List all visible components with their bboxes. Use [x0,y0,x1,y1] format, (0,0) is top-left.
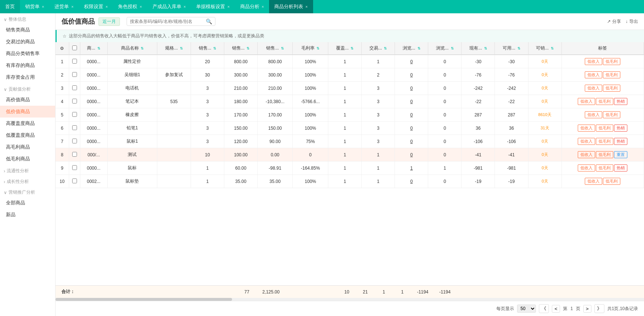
col-available[interactable]: 可用... ⇅ [495,42,528,55]
row-browse1[interactable]: 0 [395,95,428,108]
row-select-checkbox[interactable] [72,99,77,103]
row-select-checkbox[interactable] [72,72,77,77]
nav-close-sales[interactable]: × [42,4,44,9]
page-size-select[interactable]: 50 100 200 [517,305,536,313]
period-button[interactable]: 近一月 [98,17,120,26]
browse1-value[interactable]: 0 [410,152,413,157]
nav-analysis-list[interactable]: 商品分析列表 × [269,0,313,13]
row-checkbox[interactable] [69,82,80,95]
row-browse1[interactable]: 0 [395,108,428,122]
browse1-value[interactable]: 0 [410,139,413,144]
browse1-value[interactable]: 0 [410,112,413,118]
row-select-checkbox[interactable] [72,112,77,117]
col-name[interactable]: 商品名称 ⇅ [107,42,157,55]
export-button[interactable]: ↓ 导出 [625,18,638,25]
search-input[interactable] [130,19,204,24]
col-gross-rate[interactable]: 毛利率 ⇅ [293,42,328,55]
search-icon[interactable]: 🔍 [206,18,212,24]
sidebar-item-high-margin[interactable]: 高毛利商品 [0,141,55,153]
nav-purchase-order[interactable]: 进货单 × [49,0,78,13]
row-select-checkbox[interactable] [72,152,77,157]
sidebar-group-overall[interactable]: ∨ 整体信息 [0,13,55,24]
row-select-checkbox[interactable] [72,139,77,143]
row-checkbox[interactable] [69,175,80,188]
nav-product-analysis[interactable]: 商品分析 × [235,0,269,13]
col-browse1[interactable]: 浏览... ⇅ [395,42,428,55]
row-browse1[interactable]: 0 [395,55,428,68]
col-coverage[interactable]: 覆盖... ⇅ [328,42,362,55]
col-sales-price[interactable]: 销售... ⇅ [224,42,258,55]
row-select-checkbox[interactable] [72,179,77,183]
sidebar-item-low-value[interactable]: 低价值商品 [0,106,55,118]
row-browse1[interactable]: 0 [395,175,428,188]
row-checkbox[interactable] [69,95,80,108]
sidebar-item-new-goods[interactable]: 新品 [0,209,55,221]
sidebar-item-high-coverage[interactable]: 高覆盖度商品 [0,118,55,129]
row-browse1[interactable]: 0 [395,68,428,82]
row-select-checkbox[interactable] [72,125,77,130]
browse1-value[interactable]: 0 [410,72,413,78]
scrollbar-thumb[interactable] [56,298,232,301]
select-all-checkbox[interactable] [72,45,77,50]
sidebar-item-low-coverage[interactable]: 低覆盖度商品 [0,129,55,141]
row-browse1[interactable]: 0 [395,135,428,148]
col-settings[interactable]: ⚙ [56,42,69,55]
nav-permission-settings[interactable]: 权限设置 × [79,0,113,13]
row-select-checkbox[interactable] [72,165,77,170]
nav-close-analysis[interactable]: × [262,4,264,9]
nav-close-list[interactable]: × [305,4,308,9]
browse1-value[interactable]: 1 [410,166,413,171]
sidebar-group-contribution[interactable]: ∨ 贡献值分析 [0,83,55,94]
row-checkbox[interactable] [69,148,80,162]
browse1-value[interactable]: 0 [410,59,413,64]
horizontal-scrollbar[interactable] [56,298,644,301]
sidebar-item-all-goods[interactable]: 全部商品 [0,197,55,209]
first-page-button[interactable]: 《 [539,304,549,313]
browse1-value[interactable]: 0 [410,126,413,131]
col-sales-qty[interactable]: 销售... ⇅ [191,42,224,55]
row-checkbox[interactable] [69,68,80,82]
sidebar-item-low-margin[interactable]: 低毛利商品 [0,153,55,165]
nav-product-inbound[interactable]: 产成品入库单 × [147,0,191,13]
share-button[interactable]: ↗ 分享 [607,18,621,25]
col-spec[interactable]: 规格... ⇅ [157,42,191,55]
browse1-value[interactable]: 0 [410,99,413,104]
nav-close-permission[interactable]: × [105,4,108,9]
row-checkbox[interactable] [69,108,80,122]
sidebar-item-stocked-goods[interactable]: 有库存的商品 [0,60,55,71]
row-checkbox[interactable] [69,55,80,68]
col-saleable[interactable]: 可销... ⇅ [528,42,561,55]
row-checkbox[interactable] [69,122,80,135]
nav-sales-order[interactable]: 销货单 × [20,0,49,13]
nav-close-purchase[interactable]: × [71,4,73,9]
row-select-checkbox[interactable] [72,85,77,90]
col-browse2[interactable]: 浏览... ⇅ [428,42,462,55]
nav-home[interactable]: 首页 [0,0,20,13]
col-sales-cost[interactable]: 销售... ⇅ [258,42,293,55]
browse1-value[interactable]: 0 [410,179,413,184]
row-select-checkbox[interactable] [72,59,77,64]
browse1-value[interactable]: 0 [410,86,413,91]
next-page-button[interactable]: > [583,305,591,313]
nav-close-role[interactable]: × [140,4,142,9]
sidebar-item-stock-capital[interactable]: 库存资金占用 [0,71,55,83]
row-browse1[interactable]: 1 [395,162,428,175]
sidebar-item-sales-goods[interactable]: 销售类商品 [0,24,55,36]
row-browse1[interactable]: 0 [395,148,428,162]
col-code[interactable]: 商... ⇅ [80,42,107,55]
nav-close-template[interactable]: × [227,4,229,9]
sidebar-item-high-value[interactable]: 高价值商品 [0,94,55,106]
prev-page-button[interactable]: < [552,305,560,313]
last-page-button[interactable]: 》 [594,304,604,313]
sidebar-group-marketing[interactable]: ∨ 营销推广分析 [0,186,55,197]
col-stock-now[interactable]: 现有... ⇅ [462,42,495,55]
sidebar-item-category-sales-rate[interactable]: 商品分类销售率 [0,48,55,60]
nav-template-settings[interactable]: 单据模板设置 × [191,0,235,13]
nav-role-auth[interactable]: 角色授权 × [113,0,147,13]
sidebar-group-growth[interactable]: › 成长性分析 [0,176,55,186]
row-checkbox[interactable] [69,162,80,175]
col-trade[interactable]: 交易... ⇅ [362,42,395,55]
row-browse1[interactable]: 0 [395,122,428,135]
sidebar-group-circulation[interactable]: › 流通性分析 [0,165,55,176]
row-browse1[interactable]: 0 [395,82,428,95]
